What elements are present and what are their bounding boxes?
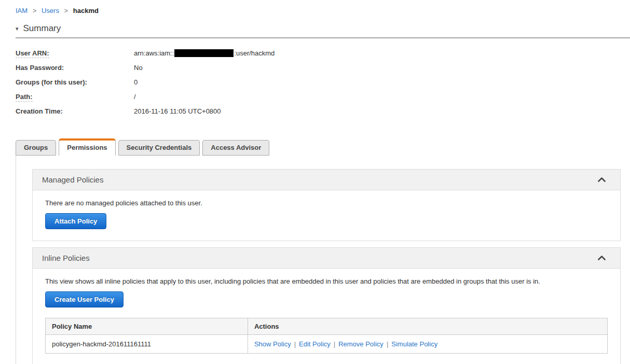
policy-actions-cell: Show Policy|Edit Policy|Remove Policy|Si… — [248, 335, 607, 354]
groups-value: 0 — [134, 78, 138, 86]
link-separator: | — [294, 340, 296, 348]
path-value: / — [134, 93, 136, 101]
redacted-account-id — [174, 49, 234, 57]
remove-policy-link[interactable]: Remove Policy — [338, 340, 384, 348]
tab-access-advisor[interactable]: Access Advisor — [202, 140, 269, 156]
has-password-value: No — [134, 64, 143, 72]
groups-label: Groups (for this user): — [16, 78, 134, 86]
breadcrumb: IAM > Users > hackmd — [0, 0, 630, 15]
field-row-creation-time: Creation Time: 2016-11-16 11:05 UTC+0800 — [16, 104, 630, 118]
tab-permissions[interactable]: Permissions — [59, 138, 115, 156]
field-row-has-password: Has Password: No — [16, 60, 630, 75]
policy-name-cell: policygen-hackmd-201611161111 — [46, 335, 248, 354]
tab-bar: Groups Permissions Security Credentials … — [16, 138, 630, 156]
managed-policies-section: Managed Policies There are no managed po… — [32, 169, 621, 241]
creation-time-value: 2016-11-16 11:05 UTC+0800 — [134, 107, 221, 115]
inline-policies-title: Inline Policies — [42, 254, 90, 262]
inline-policies-header: Inline Policies — [33, 248, 620, 269]
column-header-actions: Actions — [248, 318, 607, 335]
creation-time-label: Creation Time: — [16, 107, 134, 115]
column-header-policy-name: Policy Name — [46, 318, 248, 335]
permissions-tab-panel: Managed Policies There are no managed po… — [16, 156, 630, 364]
breadcrumb-separator: > — [33, 7, 37, 15]
simulate-policy-link[interactable]: Simulate Policy — [391, 340, 437, 348]
tab-groups[interactable]: Groups — [16, 140, 56, 156]
link-separator: | — [387, 340, 388, 348]
table-header-row: Policy Name Actions — [46, 318, 608, 335]
show-policy-link[interactable]: Show Policy — [254, 340, 291, 348]
summary-section-header: ▾ Summary — [16, 23, 630, 38]
user-arn-suffix: :user/hackmd — [234, 49, 275, 57]
summary-title: Summary — [23, 23, 61, 34]
edit-policy-link[interactable]: Edit Policy — [299, 340, 331, 348]
create-user-policy-button[interactable]: Create User Policy — [45, 291, 124, 307]
managed-policies-title: Managed Policies — [42, 175, 103, 184]
user-arn-prefix: arn:aws:iam:: — [134, 49, 174, 57]
managed-policies-header: Managed Policies — [33, 170, 620, 190]
inline-policies-section: Inline Policies This view shows all inli… — [32, 247, 621, 364]
inline-policies-description: This view shows all inline policies that… — [45, 277, 608, 285]
inline-policies-body: This view shows all inline policies that… — [33, 269, 620, 364]
field-row-groups: Groups (for this user): 0 — [16, 75, 630, 89]
user-arn-value: arn:aws:iam:::user/hackmd — [134, 49, 275, 57]
attach-policy-button[interactable]: Attach Policy — [45, 213, 106, 229]
has-password-label: Has Password: — [16, 64, 134, 72]
path-label-text: Path: — [16, 93, 33, 102]
field-row-user-arn: User ARN: arn:aws:iam:::user/hackmd — [16, 46, 630, 60]
chevron-up-icon[interactable] — [598, 177, 606, 182]
breadcrumb-separator: > — [64, 7, 69, 15]
user-arn-label-text: User ARN: — [16, 49, 49, 58]
breadcrumb-current-user: hackmd — [73, 7, 99, 15]
link-separator: | — [334, 340, 335, 348]
breadcrumb-link-users[interactable]: Users — [42, 7, 59, 15]
managed-policies-empty-text: There are no managed policies attached t… — [45, 199, 608, 207]
triangle-collapse-icon[interactable]: ▾ — [16, 25, 19, 32]
table-row: policygen-hackmd-201611161111 Show Polic… — [46, 335, 608, 354]
inline-policies-table: Policy Name Actions policygen-hackmd-201… — [45, 318, 608, 354]
user-arn-label: User ARN: — [16, 49, 134, 57]
tab-security-credentials[interactable]: Security Credentials — [118, 140, 200, 156]
path-label: Path: — [16, 93, 134, 101]
field-row-path: Path: / — [16, 89, 630, 104]
breadcrumb-link-iam[interactable]: IAM — [16, 7, 28, 15]
summary-fields: User ARN: arn:aws:iam:::user/hackmd Has … — [16, 46, 630, 118]
chevron-up-icon[interactable] — [598, 256, 606, 260]
managed-policies-body: There are no managed policies attached t… — [33, 190, 620, 241]
